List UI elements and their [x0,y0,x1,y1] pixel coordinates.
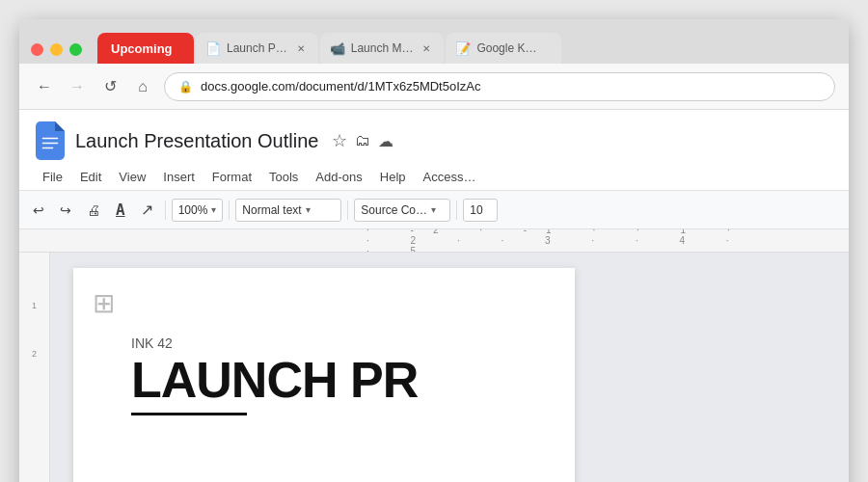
docs-title-row: Launch Presentation Outline ☆ 🗂 ☁ [35,118,833,164]
tab-close-icon[interactable]: ✕ [419,40,434,56]
toolbar-separator-2 [229,201,230,220]
zoom-value: 100% [178,203,208,217]
font-size-field[interactable]: 10 [463,199,498,222]
ruler-mark-1: 1 [32,301,37,310]
menu-tools[interactable]: Tools [261,166,306,188]
ruler-mark-2: 2 [32,349,37,359]
cloud-icon[interactable]: ☁ [378,132,393,150]
zoom-dropdown-arrow: ▾ [211,204,216,215]
docs-toolbar: ↩ ↪ 🖨 A ↗ 100% ▾ Normal text ▾ Source Co… [19,191,849,229]
svg-rect-2 [42,147,54,149]
toolbar-separator-4 [456,201,457,220]
docs-tab-icon: 📄 [205,41,221,56]
forward-arrow-icon: → [69,78,85,95]
svg-rect-1 [42,143,59,145]
undo-icon: ↩ [33,202,44,218]
back-button[interactable]: ← [33,75,56,98]
ruler: · -2 · -1 · · 1 · · 2 · · 3 · · 4 · · 5 [19,229,849,253]
back-arrow-icon: ← [37,78,52,95]
normal-text-arrow: ▾ [306,204,311,215]
redo-button[interactable]: ↪ [54,199,77,222]
doc-subtitle: INK 42 [131,335,517,351]
doc-area: 1 2 ⊞ INK 42 LAUNCH PR [19,253,849,482]
undo-button[interactable]: ↩ [27,199,50,222]
close-button[interactable] [31,43,43,56]
lock-icon: 🔒 [178,80,193,94]
window-controls [31,43,82,64]
address-bar: ← → ↺ ⌂ 🔒 docs.google.com/document/d/1MT… [19,64,849,110]
font-size-value: 10 [470,203,482,217]
toolbar-separator-3 [347,201,348,220]
doc-underline [131,413,247,415]
tab-upcoming-label: Upcoming [111,41,173,56]
font-dropdown[interactable]: Source Co… ▾ [354,199,450,222]
doc-title-partial: LAUNCH PR [131,355,517,405]
font-label: Source Co… [361,203,427,217]
tab-launch-p-label: Launch P… [227,41,287,55]
page-grid-icon: ⊞ [93,287,115,319]
url-bar[interactable]: 🔒 docs.google.com/document/d/1MTx6z5MDt5… [164,72,835,101]
tab-google-keep[interactable]: 📝 Google K… [446,33,561,64]
menu-access[interactable]: Access… [416,166,484,188]
tab-close-icon[interactable]: ✕ [293,40,309,56]
font-dropdown-arrow: ▾ [431,204,436,215]
toolbar-separator-1 [165,201,166,220]
normal-text-dropdown[interactable]: Normal text ▾ [235,199,341,222]
docs-title: Launch Presentation Outline [75,130,318,152]
ruler-marks: · -2 · -1 · · 1 · · 2 · · 3 · · 4 · · 5 [366,229,781,253]
maximize-button[interactable] [69,43,82,56]
menu-view[interactable]: View [111,166,153,188]
browser-window: Upcoming 📄 Launch P… ✕ 📹 Launch M… ✕ 📝 G… [19,19,849,482]
reload-button[interactable]: ↺ [98,75,122,98]
normal-text-label: Normal text [242,203,301,217]
menu-format[interactable]: Format [204,166,259,188]
print-button[interactable]: 🖨 [81,199,106,222]
cursor-tool-button[interactable]: ↗ [135,197,159,223]
home-icon: ⌂ [138,78,148,95]
home-button[interactable]: ⌂ [131,75,154,98]
paint-format-icon: A [116,201,125,219]
tab-launch-presentation[interactable]: 📄 Launch P… ✕ [196,33,318,64]
left-ruler: 1 2 [19,253,50,482]
keep-tab-icon: 📝 [455,41,471,56]
doc-scroll-area[interactable]: ⊞ INK 42 LAUNCH PR [50,253,849,482]
title-action-icons: ☆ 🗂 ☁ [332,130,393,151]
menu-addons[interactable]: Add-ons [308,166,369,188]
tab-google-k-label: Google K… [476,41,552,55]
url-text: docs.google.com/document/d/1MTx6z5MDt5oI… [201,79,480,94]
meet-tab-icon: 📹 [330,41,345,56]
paint-format-button[interactable]: A [110,197,131,223]
menu-insert[interactable]: Insert [155,166,203,188]
docs-app-header: Launch Presentation Outline ☆ 🗂 ☁ File E… [19,110,849,191]
cursor-icon: ↗ [141,201,153,219]
tab-launch-m-label: Launch M… [351,41,414,55]
reload-icon: ↺ [104,77,117,95]
doc-page: ⊞ INK 42 LAUNCH PR [73,268,575,482]
forward-button[interactable]: → [66,75,89,98]
docs-logo-icon [35,121,66,160]
minimize-button[interactable] [50,43,63,56]
folder-icon[interactable]: 🗂 [355,132,370,149]
menu-help[interactable]: Help [372,166,414,188]
svg-rect-0 [42,138,59,140]
redo-icon: ↪ [60,202,71,218]
tab-bar: Upcoming 📄 Launch P… ✕ 📹 Launch M… ✕ 📝 G… [19,19,849,64]
tab-launch-meet[interactable]: 📹 Launch M… ✕ [320,33,445,64]
menu-edit[interactable]: Edit [72,166,109,188]
print-icon: 🖨 [87,202,100,218]
zoom-dropdown[interactable]: 100% ▾ [172,199,224,222]
docs-menu-bar: File Edit View Insert Format Tools Add-o… [35,164,833,190]
star-icon[interactable]: ☆ [332,130,347,151]
menu-file[interactable]: File [35,166,70,188]
tab-upcoming[interactable]: Upcoming [97,33,194,64]
